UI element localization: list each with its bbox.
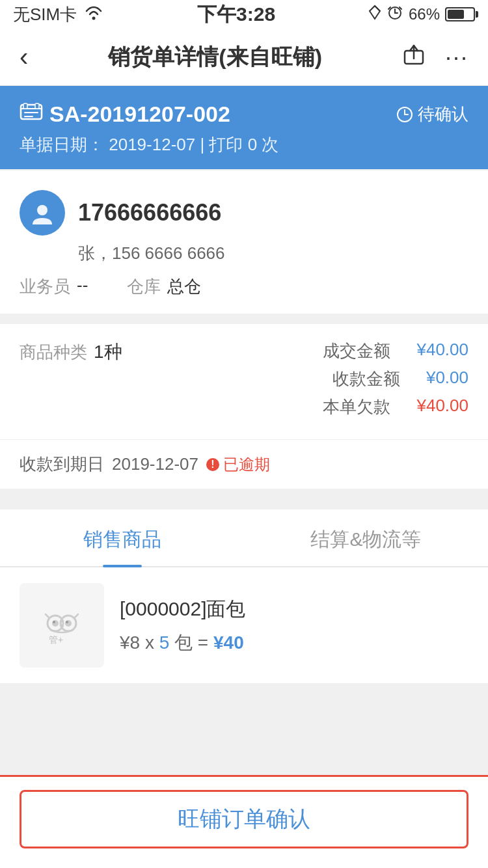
summary-row: 商品种类 1种 成交金额 ¥40.00 收款金额 ¥0.00 本单欠款 ¥40.… [20, 340, 468, 424]
customer-name: 张，156 6666 6666 [20, 242, 468, 265]
order-icon [20, 102, 43, 127]
overdue-badge: ! 已逾期 [206, 454, 270, 475]
total-price: ¥40 [213, 632, 244, 653]
unit-price: ¥8 [120, 632, 140, 653]
confirm-button-wrap: 旺铺订单确认 [0, 775, 488, 868]
amounts-section: 成交金额 ¥40.00 收款金额 ¥0.00 本单欠款 ¥40.00 [323, 340, 468, 424]
owed-amount-label: 本单欠款 [323, 396, 390, 418]
order-meta: 单据日期： 2019-12-07 | 打印 0 次 [20, 133, 468, 156]
received-amount-value: ¥0.00 [426, 368, 468, 390]
salesman-label: 业务员 [20, 275, 70, 298]
tab-products[interactable]: 销售商品 [0, 509, 244, 566]
salesman-value: -- [77, 275, 88, 298]
wifi-icon [83, 5, 104, 25]
product-thumbnail: 管+ [20, 583, 104, 668]
product-item: 管+ [0000002]面包 ¥8 x 5 包 = ¥40 [0, 567, 488, 683]
received-amount-label: 收款金额 [332, 368, 400, 390]
owed-amount-row: 本单欠款 ¥40.00 [323, 396, 468, 418]
owed-amount-value: ¥40.00 [416, 396, 468, 418]
product-price: ¥8 x 5 包 = ¥40 [120, 631, 468, 655]
share-button[interactable] [402, 43, 426, 71]
product-info: [0000002]面包 ¥8 x 5 包 = ¥40 [120, 596, 468, 655]
order-header-card: SA-20191207-002 待确认 单据日期： 2019-12-07 | 打… [0, 86, 488, 169]
nav-bar: ‹ 销货单详情(来自旺铺) ··· [0, 29, 488, 86]
battery-percentage: 66% [409, 5, 440, 23]
quantity: 5 [159, 632, 170, 653]
received-amount-row: 收款金额 ¥0.00 [323, 368, 468, 390]
header-top: SA-20191207-002 待确认 [20, 102, 468, 127]
svg-point-0 [92, 16, 96, 20]
status-left: 无SIM卡 [13, 3, 104, 26]
divider-1 [0, 314, 488, 324]
customer-phone: 17666666666 [78, 199, 221, 226]
product-type: 商品种类 1种 [20, 340, 122, 364]
more-button[interactable]: ··· [445, 44, 468, 71]
svg-text:管+: 管+ [49, 634, 63, 645]
status-bar: 无SIM卡 下午3:28 66% [0, 0, 488, 29]
tabs-row: 销售商品 结算&物流等 [0, 509, 488, 567]
deal-amount-value: ¥40.00 [416, 340, 468, 362]
back-button[interactable]: ‹ [20, 42, 28, 72]
svg-point-15 [37, 205, 47, 215]
confirm-button[interactable]: 旺铺订单确认 [20, 790, 468, 848]
tabs-section: 销售商品 结算&物流等 管+ [0000002]面包 [0, 509, 488, 683]
unit: 包 [174, 632, 193, 653]
divider-2 [0, 489, 488, 499]
alarm-icon [386, 4, 403, 25]
carrier-label: 无SIM卡 [13, 3, 77, 26]
nav-right: ··· [402, 43, 468, 71]
salesman-info: 业务员 -- [20, 275, 88, 298]
svg-point-19 [65, 620, 72, 627]
order-id: SA-20191207-002 [20, 102, 230, 127]
due-date-label: 收款到期日 [20, 453, 104, 476]
page-title: 销货单详情(来自旺铺) [108, 42, 322, 72]
avatar [20, 190, 65, 236]
svg-point-20 [53, 621, 55, 623]
status-text: 待确认 [418, 103, 468, 126]
svg-rect-8 [23, 103, 27, 109]
svg-rect-9 [35, 103, 39, 109]
product-name: [0000002]面包 [120, 596, 468, 623]
customer-row: 17666666666 [20, 190, 468, 236]
warehouse-label: 仓库 [127, 275, 161, 298]
product-type-value: 1种 [94, 340, 122, 364]
product-type-label: 商品种类 [20, 341, 87, 364]
overdue-text: 已逾期 [223, 454, 270, 475]
status-right: 66% [368, 4, 475, 25]
customer-section: 17666666666 张，156 6666 6666 业务员 -- 仓库 总仓 [0, 170, 488, 314]
customer-info-row: 业务员 -- 仓库 总仓 [20, 275, 468, 298]
status-time: 下午3:28 [197, 1, 275, 28]
warehouse-info: 仓库 总仓 [127, 275, 201, 298]
svg-point-18 [52, 620, 59, 627]
overdue-dot-icon: ! [206, 458, 219, 471]
order-status: 待确认 [396, 103, 468, 126]
summary-section: 商品种类 1种 成交金额 ¥40.00 收款金额 ¥0.00 本单欠款 ¥40.… [0, 324, 488, 439]
due-section: 收款到期日 2019-12-07 ! 已逾期 [0, 439, 488, 489]
deal-amount-row: 成交金额 ¥40.00 [323, 340, 468, 362]
battery-icon [445, 7, 475, 21]
tab-settlement[interactable]: 结算&物流等 [244, 509, 488, 566]
location-icon [368, 5, 381, 24]
deal-amount-label: 成交金额 [323, 340, 390, 362]
svg-point-21 [66, 621, 68, 623]
warehouse-value: 总仓 [167, 275, 201, 298]
order-id-text: SA-20191207-002 [49, 102, 230, 127]
due-date-value: 2019-12-07 [112, 454, 198, 474]
